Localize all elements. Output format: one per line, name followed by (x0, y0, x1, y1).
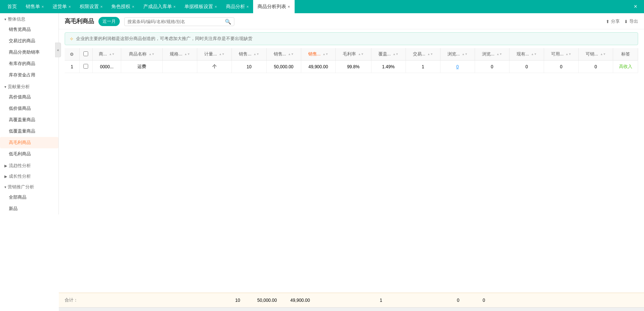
sidebar-item-new-goods[interactable]: 新品 (0, 203, 58, 214)
col-browse1[interactable]: 浏览... ▲▼ (440, 48, 475, 61)
window-close-button[interactable]: × (630, 0, 641, 13)
col-tag[interactable]: 标签 (613, 48, 638, 61)
nav-close-role-auth[interactable]: × (132, 4, 134, 9)
nav-close-product-analysis-list[interactable]: × (288, 4, 290, 9)
cell-browse2: 0 (475, 61, 509, 73)
col-name[interactable]: 商品名称 ▲▼ (121, 48, 162, 61)
table-header-row: ⚙ 商... ▲▼ 商品名称 ▲▼ 规格... (65, 48, 638, 61)
scrollbar-area[interactable] (59, 307, 644, 311)
sidebar-wrapper: ▾ 整体信息 销售览商品 交易过的商品 商品分类助销率 有库存的商品 库存资金占… (0, 13, 59, 311)
arrow-trend: ▶ (4, 164, 7, 168)
share-button[interactable]: ⬆ 分享 (606, 18, 620, 25)
sidebar-item-low-margin[interactable]: 低毛利商品 (0, 148, 58, 160)
col-checkbox (79, 48, 93, 61)
select-all-checkbox[interactable] (83, 51, 88, 56)
main-container: ▾ 整体信息 销售览商品 交易过的商品 商品分类助销率 有库存的商品 库存资金占… (0, 13, 644, 311)
col-current-stock[interactable]: 现有... ▲▼ (509, 48, 544, 61)
nav-close-product-analysis[interactable]: × (247, 4, 249, 9)
sidebar-item-traded-goods[interactable]: 交易过的商品 (0, 35, 58, 47)
sidebar-item-all-goods[interactable]: 全部商品 (0, 192, 58, 203)
row-checkbox[interactable] (83, 64, 88, 69)
footer-total-bar: 合计： 10 50,000.00 49,900.00 1 0 0 (59, 293, 644, 307)
export-button[interactable]: ⬇ 导出 (624, 18, 638, 25)
footer-current-stock: 0 (445, 298, 471, 303)
sidebar-section-growth[interactable]: ▶ 成长性分析 (0, 170, 58, 181)
footer-transactions: 1 (368, 298, 394, 303)
cell-browse1[interactable]: 0 (440, 61, 475, 73)
col-sellable[interactable]: 可销... ▲▼ (579, 48, 613, 61)
nav-purchase-order[interactable]: 进货单 × (48, 0, 75, 13)
sidebar-section-overall[interactable]: ▾ 整体信息 (0, 13, 58, 24)
sidebar-section-contribution[interactable]: ▾ 贡献量分析 (0, 81, 58, 91)
col-browse2[interactable]: 浏览... ▲▼ (475, 48, 509, 61)
sort-arrows-current-stock: ▲▼ (531, 53, 537, 56)
cell-index: 1 (65, 61, 79, 73)
nav-product-analysis-list[interactable]: 商品分析列表 × (253, 0, 294, 13)
col-coverage[interactable]: 覆盖... ▲▼ (371, 48, 406, 61)
nav-close-sales-order[interactable]: × (42, 4, 44, 9)
sidebar-item-stock-capital[interactable]: 库存资金占用 (0, 69, 58, 81)
nav-role-auth[interactable]: 角色授权 × (107, 0, 138, 13)
sidebar-section-marketing[interactable]: ▾ 营销推广分析 (0, 181, 58, 192)
col-available[interactable]: 可用... ▲▼ (544, 48, 579, 61)
footer-sales-qty: 10 (225, 298, 251, 303)
col-transactions[interactable]: 交易... ▲▼ (406, 48, 440, 61)
cell-available: 0 (544, 61, 579, 73)
col-spec[interactable]: 规格... ▲▼ (163, 48, 197, 61)
nav-permission-settings[interactable]: 权限设置 × (75, 0, 107, 13)
cell-sellable: 0 (579, 61, 613, 73)
sidebar-item-low-value[interactable]: 低价值商品 (0, 103, 58, 114)
nav-close-template-settings[interactable]: × (215, 4, 217, 9)
sidebar-item-category-rate[interactable]: 商品分类助销率 (0, 47, 58, 58)
nav-close-finished-goods[interactable]: × (173, 4, 176, 9)
footer-sales-amount: 50,000.00 (251, 298, 284, 303)
nav-product-analysis[interactable]: 商品分析 × (222, 0, 253, 13)
content-area: 高毛利商品 近一月 🔍 ⬆ 分享 ⬇ 导出 ✧ 企业的主要的利润都是这部分商品创… (59, 13, 644, 311)
arrow-overall: ▾ (4, 17, 6, 21)
info-banner: ✧ 企业的主要的利润都是这部分商品创造的，可考虑加大推广，同时关注库存是不要出现… (65, 32, 638, 45)
cell-checkbox[interactable] (79, 61, 93, 73)
sort-arrows-transactions: ▲▼ (427, 53, 433, 56)
sidebar-item-sales-goods[interactable]: 销售览商品 (0, 24, 58, 35)
sort-arrows-sales-profit: ▲▼ (323, 53, 328, 56)
cell-sales-qty: 10 (232, 61, 266, 73)
sidebar-item-high-coverage[interactable]: 高覆盖量商品 (0, 114, 58, 126)
col-gross-rate[interactable]: 毛利率 ▲▼ (335, 48, 371, 61)
sidebar-section-trend[interactable]: ▶ 流趋性分析 (0, 160, 58, 170)
nav-sales-order[interactable]: 销售单 × (21, 0, 48, 13)
sidebar-item-high-margin[interactable]: 高毛利商品 (0, 137, 58, 148)
sidebar-item-in-stock-goods[interactable]: 有库存的商品 (0, 58, 58, 69)
page-title: 高毛利商品 (65, 18, 94, 25)
col-settings[interactable]: ⚙ (65, 48, 79, 61)
table-row: 1 0000... 运费 个 10 50,000.00 49,900.00 99… (65, 61, 638, 73)
sort-arrows-browse2: ▲▼ (496, 53, 502, 56)
nav-finished-goods[interactable]: 产成品入库单 × (139, 0, 180, 13)
filter-recent-month-button[interactable]: 近一月 (98, 17, 120, 26)
sidebar-collapse-button[interactable]: « (55, 43, 61, 57)
table-container[interactable]: ⚙ 商... ▲▼ 商品名称 ▲▼ 规格... (59, 48, 644, 293)
nav-template-settings[interactable]: 单据模板设置 × (180, 0, 221, 13)
cell-sales-amount: 50,000.00 (266, 61, 301, 73)
sort-arrows-coverage: ▲▼ (393, 53, 399, 56)
nav-close-purchase-order[interactable]: × (68, 4, 71, 9)
cell-unit: 个 (197, 61, 232, 73)
col-sales-amount[interactable]: 销售... ▲▼ (266, 48, 301, 61)
search-icon[interactable]: 🔍 (225, 19, 231, 25)
col-code[interactable]: 商... ▲▼ (93, 48, 121, 61)
search-box: 🔍 (124, 17, 234, 26)
col-unit[interactable]: 计量... ▲▼ (197, 48, 232, 61)
cell-name: 运费 (121, 61, 162, 73)
sidebar-item-low-coverage[interactable]: 低覆盖量商品 (0, 126, 58, 137)
footer-sales-profit: 49,900.00 (284, 298, 317, 303)
cell-tag: 高收入 (613, 61, 638, 73)
col-sales-profit[interactable]: 销售... ▲▼ (301, 48, 335, 61)
nav-close-permission-settings[interactable]: × (100, 4, 102, 9)
search-input[interactable] (127, 19, 223, 24)
footer-label: 合计： (65, 297, 78, 303)
sidebar-item-high-value[interactable]: 高价值商品 (0, 91, 58, 103)
content-header: 高毛利商品 近一月 🔍 ⬆ 分享 ⬇ 导出 (59, 13, 644, 29)
nav-home[interactable]: 首页 (3, 0, 21, 13)
col-sales-qty[interactable]: 销售... ▲▼ (232, 48, 266, 61)
cell-spec (163, 61, 197, 73)
sort-arrows-name: ▲▼ (149, 53, 155, 56)
